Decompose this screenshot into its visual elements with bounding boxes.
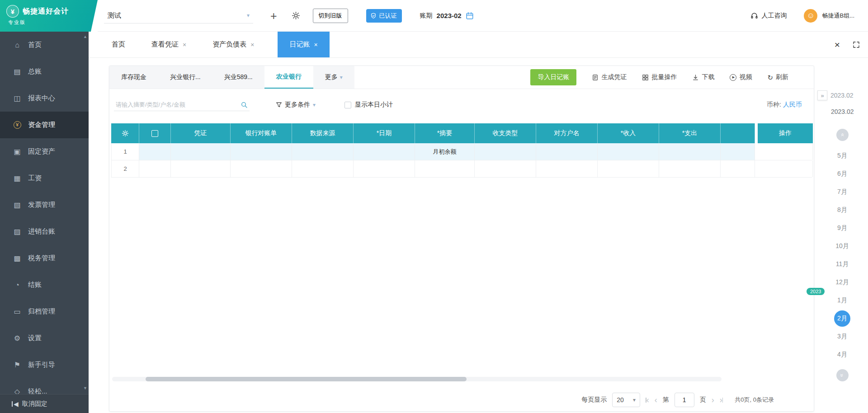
sidebar-item-tax[interactable]: ▩税务管理 [0, 245, 89, 272]
page-number-input[interactable] [675, 393, 694, 407]
sidebar-item-misc[interactable]: ◇轻松... [0, 378, 89, 394]
column-header-date[interactable]: *日期 [354, 123, 415, 143]
column-header-income[interactable]: *收入 [598, 123, 659, 143]
account-tab-cash[interactable]: 库存现金 [109, 66, 158, 89]
month-item[interactable]: 1月 [832, 291, 853, 310]
generate-voucher-button[interactable]: 生成凭证 [592, 73, 627, 81]
add-account-button[interactable]: + [270, 11, 277, 20]
account-tab-cib-589[interactable]: 兴业589... [212, 66, 264, 89]
batch-operations-button[interactable]: 批量操作 [642, 73, 677, 81]
more-conditions-button[interactable]: 更多条件 ▾ [276, 101, 316, 109]
next-page-button[interactable]: › [712, 396, 714, 404]
table-cell[interactable] [475, 143, 536, 160]
table-cell[interactable] [659, 160, 721, 177]
table-cell[interactable] [292, 160, 354, 177]
column-header-expense[interactable]: *支出 [659, 123, 721, 143]
table-cell[interactable] [231, 143, 292, 160]
tab-view-voucher[interactable]: 查看凭证× [149, 32, 189, 57]
column-header-operations[interactable]: 操作 [758, 123, 813, 143]
sidebar-item-settings[interactable]: ⚙设置 [0, 325, 89, 352]
month-item[interactable]: 9月 [832, 219, 853, 237]
collapse-panel-icon[interactable]: » [817, 90, 827, 100]
month-item[interactable]: 3月 [832, 328, 853, 346]
gear-icon[interactable] [292, 11, 300, 20]
refresh-button[interactable]: ↻ 刷新 [767, 73, 788, 81]
video-help-button[interactable]: ▶ 视频 [730, 73, 752, 81]
summary-cell[interactable] [415, 160, 475, 177]
table-cell[interactable] [231, 160, 292, 177]
close-tab-icon[interactable]: × [250, 41, 254, 48]
table-cell[interactable] [659, 143, 721, 160]
operations-cell[interactable] [758, 143, 813, 160]
table-cell[interactable] [171, 143, 231, 160]
account-tab-agri-bank[interactable]: 农业银行 [264, 66, 313, 89]
sidebar-item-general-ledger[interactable]: ▤总账 [0, 58, 89, 85]
operations-cell[interactable] [758, 160, 813, 177]
switch-old-version-button[interactable]: 切到旧版 [313, 9, 348, 23]
workspace-selector[interactable]: 测试 ▾ [104, 8, 253, 23]
close-tab-icon[interactable]: × [314, 41, 317, 48]
sidebar-scroll-up-icon[interactable]: ▲ [83, 34, 87, 39]
sidebar-item-invoice[interactable]: ▧发票管理 [0, 192, 89, 218]
sidebar-item-fixed-assets[interactable]: ▣固定资产 [0, 138, 89, 165]
column-settings-cell[interactable] [111, 123, 139, 143]
tab-home[interactable]: 首页 [109, 32, 128, 57]
column-header-data-source[interactable]: 数据来源 [292, 123, 354, 143]
sidebar-item-guide[interactable]: ⚑新手引导 [0, 352, 89, 378]
first-page-button[interactable]: ‹ [646, 396, 649, 404]
tab-journal[interactable]: 日记账× [278, 32, 329, 57]
months-scroll-up-button[interactable]: » [836, 129, 849, 141]
per-page-select[interactable]: 20 ▾ [612, 393, 640, 407]
prev-page-button[interactable]: ‹ [655, 396, 657, 404]
month-item[interactable]: 8月 [832, 201, 853, 219]
close-tab-icon[interactable]: × [183, 41, 186, 48]
sidebar-item-closing[interactable]: ◔结账 [0, 272, 89, 298]
month-item[interactable]: 4月 [832, 346, 853, 364]
sidebar-item-home[interactable]: ⌂首页 [0, 32, 89, 58]
horizontal-scrollbar[interactable] [112, 377, 722, 381]
month-item[interactable]: 11月 [832, 255, 853, 273]
table-cell[interactable] [536, 160, 598, 177]
search-input[interactable] [116, 101, 241, 108]
table-cell[interactable] [292, 143, 354, 160]
user-name[interactable]: 畅捷通B组... [822, 12, 854, 20]
sidebar-item-salary[interactable]: ▦工资 [0, 165, 89, 192]
column-header-bank-statement[interactable]: 银行对账单 [231, 123, 292, 143]
column-header-summary[interactable]: *摘要 [415, 123, 475, 143]
account-tab-cib-bank[interactable]: 兴业银行... [158, 66, 212, 89]
search-icon[interactable] [241, 101, 248, 108]
month-item[interactable]: 6月 [832, 165, 853, 183]
month-item[interactable]: 5月 [832, 147, 853, 165]
month-item[interactable]: 10月 [832, 237, 853, 255]
select-all-checkbox[interactable] [151, 130, 158, 137]
month-item[interactable]: 12月 [832, 273, 853, 291]
sidebar-item-funds-management[interactable]: ¥资金管理 [0, 112, 89, 138]
sidebar-item-archive[interactable]: ▭归档管理 [0, 298, 89, 325]
import-journal-button[interactable]: 导入日记账 [530, 69, 576, 85]
month-item-active[interactable]: 2月 [834, 310, 850, 327]
close-all-tabs-icon[interactable]: × [835, 40, 840, 49]
user-avatar[interactable]: ☺ [804, 9, 817, 23]
sidebar-scroll-down-icon[interactable]: ▼ [83, 386, 87, 390]
row-select-cell[interactable] [139, 160, 171, 177]
calendar-icon[interactable] [466, 12, 474, 20]
table-cell[interactable] [354, 143, 415, 160]
fullscreen-icon[interactable] [853, 41, 860, 48]
unpin-sidebar-button[interactable]: ◀ 取消固定 [0, 394, 89, 413]
column-header-voucher[interactable]: 凭证 [171, 123, 231, 143]
certified-badge[interactable]: 已认证 [366, 9, 402, 23]
table-cell[interactable] [598, 143, 659, 160]
sidebar-item-report-center[interactable]: ◫报表中心 [0, 85, 89, 112]
account-tab-more[interactable]: 更多▾ [313, 66, 354, 89]
currency-value[interactable]: 人民币 [783, 101, 802, 108]
months-scroll-down-button[interactable]: » [836, 369, 849, 381]
live-support-button[interactable]: 人工咨询 [750, 12, 787, 20]
table-cell[interactable] [171, 160, 231, 177]
daily-subtotal-checkbox[interactable] [344, 102, 351, 108]
column-header-type[interactable]: 收支类型 [475, 123, 536, 143]
show-daily-subtotal-toggle[interactable]: 显示本日小计 [344, 101, 393, 109]
table-cell[interactable] [475, 160, 536, 177]
last-page-button[interactable]: › [720, 396, 723, 404]
column-header-counterparty[interactable]: 对方户名 [536, 123, 598, 143]
tab-balance-sheet[interactable]: 资产负债表× [210, 32, 257, 57]
